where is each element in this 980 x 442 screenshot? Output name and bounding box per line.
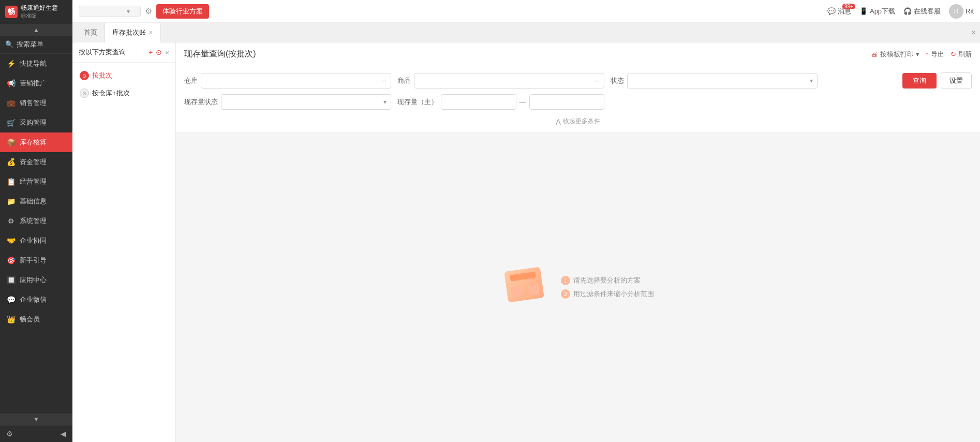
scheme-panel-header: 按以下方案查询 + ⊙ « (72, 42, 175, 63)
topbar-search-box[interactable]: ▾ (79, 6, 141, 17)
sidebar-item-quicknav[interactable]: ⚡ 快捷导航 (0, 54, 72, 73)
export-button[interactable]: ↑ 导出 (926, 50, 945, 59)
stock-status-select[interactable]: ▾ (221, 94, 391, 110)
sidebar-item-operations[interactable]: 📋 经营管理 (0, 172, 72, 191)
footer-settings-icon[interactable]: ⚙ (6, 430, 13, 438)
marketing-icon: 📢 (6, 79, 16, 88)
sidebar-item-label: 库存核算 (20, 138, 47, 147)
sidebar-item-inventory[interactable]: 📦 库存核算 (0, 132, 72, 152)
topbar-gear-icon[interactable]: ⚙ (145, 6, 152, 16)
scheme-batch-label: 按批次 (92, 71, 112, 80)
newbie-icon: 🎯 (6, 256, 16, 265)
tab-home[interactable]: 首页 (77, 23, 105, 42)
sidebar-item-member[interactable]: 👑 畅会员 (0, 310, 72, 329)
settings-button[interactable]: 设置 (941, 72, 972, 89)
sidebar-item-label: 资金管理 (20, 157, 47, 167)
stock-amount-min-input[interactable] (441, 94, 516, 110)
page-title: 现存量查询(按批次) (184, 49, 256, 60)
messages-item[interactable]: 💬 消息 99+ (827, 7, 851, 16)
app-download-label: App下载 (870, 7, 895, 16)
warehouse-input[interactable]: ··· (201, 73, 391, 89)
tabbar-close-all-icon[interactable]: × (971, 28, 976, 37)
sidebar-item-finance[interactable]: 💰 资金管理 (0, 152, 72, 172)
sidebar-item-purchase[interactable]: 🛒 采购管理 (0, 113, 72, 132)
stock-amount-max-input[interactable] (529, 94, 605, 110)
right-panel: 现存量查询(按批次) 🖨 按模板打印 ▾ ↑ 导出 (176, 42, 980, 442)
trial-button[interactable]: 体验行业方案 (156, 4, 209, 19)
topbar-right: 💬 消息 99+ 📱 App下载 🎧 在线客服 R Rit (827, 4, 974, 19)
export-icon: ↑ (926, 50, 929, 58)
sidebar-item-label: 畅会员 (20, 315, 40, 324)
app-download-item[interactable]: 📱 App下载 (859, 7, 895, 16)
sidebar-item-enterprise[interactable]: 🤝 企业协同 (0, 231, 72, 251)
print-chevron-icon: ▾ (916, 50, 919, 58)
empty-tip-1: 1 请先选择要分析的方案 (561, 276, 654, 285)
avatar: R (949, 4, 963, 19)
sidebar-item-label: 系统管理 (20, 216, 47, 226)
enterprise-icon: 🤝 (6, 236, 16, 245)
user-item[interactable]: R Rit (949, 4, 974, 19)
print-button[interactable]: 🖨 按模板打印 ▾ (871, 50, 919, 59)
sidebar-item-marketing[interactable]: 📢 营销推广 (0, 73, 72, 93)
scheme-panel: 按以下方案查询 + ⊙ « ⊙ 按批次 ⊙ (72, 42, 176, 442)
scheme-add-icon[interactable]: + (149, 48, 153, 56)
sidebar-item-label: 企业微信 (20, 295, 47, 304)
headset-icon: 🎧 (903, 7, 912, 15)
filter-collapse-btn[interactable]: ⋀ 收起更多条件 (184, 115, 972, 128)
empty-illustration (502, 264, 548, 311)
apps-icon: 🔲 (6, 275, 16, 285)
query-button[interactable]: 查询 (902, 73, 937, 89)
scheme-panel-header-actions: + ⊙ « (149, 48, 169, 56)
stock-status-chevron-icon: ▾ (383, 98, 387, 106)
footer-collapse-icon[interactable]: ◀ (61, 430, 66, 438)
collapse-label: 收起更多条件 (563, 117, 600, 126)
filter-warehouse: 仓库 ··· (184, 73, 391, 89)
refresh-button[interactable]: ↻ 刷新 (951, 50, 972, 59)
member-icon: 👑 (6, 315, 16, 324)
main-area: ▾ ⚙ 体验行业方案 💬 消息 99+ 📱 App下载 🎧 在线客服 (72, 0, 980, 442)
topbar-chevron-icon: ▾ (127, 8, 130, 15)
filter-status: 状态 ▾ (611, 73, 818, 89)
status-select[interactable]: ▾ (627, 73, 818, 89)
topbar-search-input[interactable] (83, 8, 125, 15)
sidebar-item-newbie[interactable]: 🎯 新手引导 (0, 251, 72, 270)
page-title-bar: 现存量查询(按批次) 🖨 按模板打印 ▾ ↑ 导出 (176, 42, 980, 66)
sidebar-item-label: 采购管理 (20, 118, 47, 127)
app-info: 畅康通好生意 标准版 (21, 4, 58, 20)
sidebar-scroll-up[interactable]: ▲ (0, 24, 72, 36)
sidebar-item-sales[interactable]: 💼 销售管理 (0, 93, 72, 113)
product-input[interactable]: ··· (414, 73, 604, 89)
sidebar-item-system[interactable]: ⚙ 系统管理 (0, 211, 72, 231)
query-page: 按以下方案查询 + ⊙ « ⊙ 按批次 ⊙ (72, 42, 980, 442)
sidebar: 畅 畅康通好生意 标准版 ▲ 🔍 搜索菜单 ⚡ 快捷导航 📢 营销推广 💼 销售… (0, 0, 72, 442)
sidebar-nav: ⚡ 快捷导航 📢 营销推广 💼 销售管理 🛒 采购管理 📦 库存核算 💰 (0, 54, 72, 414)
tabbar: 首页 库存批次账 × × (72, 23, 980, 42)
tab-inventory-batch[interactable]: 库存批次账 × (105, 23, 160, 42)
sidebar-item-basic-info[interactable]: 📁 基础信息 (0, 191, 72, 211)
system-icon: ⚙ (6, 216, 16, 226)
sidebar-scroll-down[interactable]: ▼ (0, 414, 72, 425)
online-service-label: 在线客服 (914, 7, 941, 16)
finance-icon: 💰 (6, 157, 16, 167)
quicknav-icon: ⚡ (6, 59, 16, 68)
sidebar-search[interactable]: 🔍 搜索菜单 (0, 36, 72, 54)
page-title-actions: 🖨 按模板打印 ▾ ↑ 导出 ↻ 刷新 (871, 50, 972, 59)
sidebar-item-apps[interactable]: 🔲 应用中心 (0, 270, 72, 290)
sidebar-item-wechat[interactable]: 💬 企业微信 (0, 290, 72, 310)
scheme-settings-icon[interactable]: ⊙ (156, 48, 162, 56)
tip2-num: 2 (561, 289, 570, 299)
collapse-icon: ⋀ (556, 118, 561, 125)
scheme-item-batch[interactable]: ⊙ 按批次 (72, 67, 175, 84)
tab-close-icon[interactable]: × (149, 29, 153, 36)
scheme-warehouse-batch-label: 按仓库+批次 (92, 89, 130, 98)
scheme-collapse-icon[interactable]: « (165, 48, 169, 56)
empty-tip-2: 2 用过滤条件来缩小分析范围 (561, 289, 654, 299)
status-label: 状态 (611, 76, 624, 85)
scheme-item-warehouse-batch[interactable]: ⊙ 按仓库+批次 (72, 84, 175, 102)
sidebar-item-label: 企业协同 (20, 236, 47, 245)
scheme-list: ⊙ 按批次 ⊙ 按仓库+批次 (72, 63, 175, 106)
scheme-panel-title: 按以下方案查询 (79, 48, 126, 57)
filter-stock-amount: 现存量（主） — (397, 94, 604, 110)
tab-inventory-batch-label: 库存批次账 (112, 28, 146, 37)
online-service-item[interactable]: 🎧 在线客服 (903, 7, 941, 16)
